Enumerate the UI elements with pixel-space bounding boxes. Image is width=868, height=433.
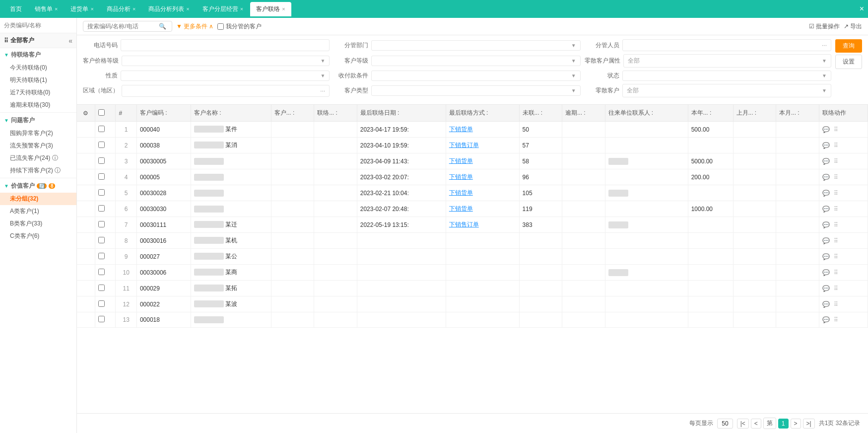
close-icon[interactable]: × (282, 6, 285, 12)
close-icon[interactable]: × (90, 6, 93, 12)
sidebar-search-input[interactable] (4, 22, 77, 29)
more-action-icon[interactable]: ⠿ (834, 316, 838, 323)
last-contact-method-cell[interactable] (446, 265, 519, 281)
checkbox-cell[interactable] (95, 265, 116, 281)
price-tier-select[interactable]: ▼ (122, 56, 330, 66)
settings-column-header[interactable]: ⚙ (77, 105, 95, 122)
last-month-column-header[interactable]: 上月... : (733, 105, 776, 122)
last-contact-method-cell[interactable]: 下销货单 (446, 122, 519, 138)
chevron-down-icon[interactable]: ▼ (4, 118, 9, 123)
row-checkbox[interactable] (98, 173, 105, 180)
phone-action-icon[interactable]: 💬 (822, 158, 830, 165)
last-contact-method-column-header[interactable]: 最后联络方式 : (446, 105, 519, 122)
my-customers-check-input[interactable] (217, 23, 224, 30)
row-checkbox[interactable] (98, 221, 105, 227)
more-action-icon[interactable]: ⠿ (834, 253, 838, 260)
phone-action-icon[interactable]: 💬 (822, 126, 830, 133)
phone-action-icon[interactable]: 💬 (822, 174, 830, 181)
row-checkbox[interactable] (98, 300, 105, 307)
nav-tab-product-analysis-list[interactable]: 商品分析列表 × (142, 2, 195, 16)
last-contact-method-cell[interactable] (446, 233, 519, 249)
customer-type-column-header[interactable]: 客户... : (271, 105, 314, 122)
query-button[interactable]: 查询 (835, 39, 862, 53)
search-icon[interactable]: 🔍 (159, 23, 166, 30)
phone-action-icon[interactable]: 💬 (822, 301, 830, 308)
row-checkbox[interactable] (98, 142, 105, 148)
un-contact-column-header[interactable]: 未联... : (519, 105, 562, 122)
sidebar-item-class-b[interactable]: B类客户(33) (0, 217, 76, 230)
checkbox-cell[interactable] (95, 281, 116, 296)
contact-method-link[interactable]: 下销售订单 (449, 142, 479, 148)
manager-select[interactable]: ··· (622, 39, 831, 51)
more-action-icon[interactable]: ⠿ (834, 174, 838, 181)
phone-action-icon[interactable]: 💬 (822, 316, 830, 323)
sidebar-item-abnormal[interactable]: 囤购异常客户(2) (0, 127, 76, 140)
contact-column-header[interactable]: 联络... : (314, 105, 357, 122)
row-checkbox[interactable] (98, 205, 105, 212)
checkbox-cell[interactable] (95, 217, 116, 233)
more-action-icon[interactable]: ⠿ (834, 285, 838, 292)
phone-action-icon[interactable]: 💬 (822, 221, 830, 228)
more-action-icon[interactable]: ⠿ (834, 301, 838, 308)
nature-select[interactable]: ▼ (121, 71, 330, 81)
last-contact-method-cell[interactable]: 下销货单 (446, 185, 519, 201)
export-button[interactable]: ↗ 导出 (844, 22, 862, 31)
sidebar-item-week-pending[interactable]: 近7天待联络(0) (0, 86, 76, 99)
first-page-button[interactable]: |< (737, 419, 749, 429)
checkbox-cell[interactable] (95, 169, 116, 185)
select-all-checkbox[interactable] (98, 109, 105, 116)
more-action-icon[interactable]: ⠿ (834, 269, 838, 276)
last-contact-method-cell[interactable]: 下销售订单 (446, 138, 519, 153)
batch-operation-button[interactable]: ☑ 批量操作 (809, 22, 840, 31)
row-checkbox[interactable] (98, 157, 105, 164)
more-action-icon[interactable]: ⠿ (834, 126, 838, 133)
payment-select[interactable]: ▼ (371, 71, 580, 81)
phone-action-icon[interactable]: 💬 (822, 237, 830, 244)
this-year-column-header[interactable]: 本年... : (688, 105, 733, 122)
nav-tab-purchase[interactable]: 进货单 × (65, 2, 99, 16)
row-checkbox[interactable] (98, 316, 105, 322)
row-checkbox[interactable] (98, 285, 105, 291)
prev-page-button[interactable]: < (751, 419, 761, 429)
nav-tab-product-analysis[interactable]: 商品分析 × (101, 2, 141, 16)
chevron-down-icon[interactable]: ▼ (4, 183, 9, 189)
phone-action-icon[interactable]: 💬 (822, 269, 830, 276)
phone-action-icon[interactable]: 💬 (822, 190, 830, 197)
next-page-button[interactable]: > (791, 419, 801, 429)
more-action-icon[interactable]: ⠿ (834, 190, 838, 197)
last-contact-method-cell[interactable] (446, 312, 519, 328)
last-contact-method-cell[interactable]: 下销货单 (446, 169, 519, 185)
search-input[interactable] (87, 23, 157, 30)
row-checkbox[interactable] (98, 269, 105, 275)
more-action-icon[interactable]: ⠿ (834, 221, 838, 228)
last-page-button[interactable]: >| (803, 419, 815, 429)
sidebar-item-churn-warning[interactable]: 流失预警客户(3) (0, 140, 76, 152)
sidebar-item-overdue-contact[interactable]: 逾期未联络(30) (0, 99, 76, 111)
nav-tab-sales[interactable]: 销售单 × (29, 2, 64, 16)
checkbox-cell[interactable] (95, 122, 116, 138)
more-filters-button[interactable]: ▼ 更多条件 ∧ (176, 22, 213, 31)
row-checkbox[interactable] (98, 237, 105, 243)
contact-method-link[interactable]: 下销货单 (449, 205, 473, 212)
more-action-icon[interactable]: ⠿ (834, 158, 838, 165)
phone-action-icon[interactable]: 💬 (822, 285, 830, 292)
sidebar-item-class-a[interactable]: A类客户(1) (0, 205, 76, 217)
checkbox-cell[interactable] (95, 233, 116, 249)
retail-attr-select[interactable]: 全部 ▼ (623, 54, 831, 68)
checkbox-cell[interactable] (95, 249, 116, 265)
sidebar-item-churned[interactable]: 已流失客户(24) ⓘ (0, 152, 76, 164)
contact-method-link[interactable]: 下销货单 (449, 157, 473, 164)
row-checkbox[interactable] (98, 189, 105, 196)
page-size-selector[interactable]: 50 (717, 419, 733, 429)
checkbox-cell[interactable] (95, 296, 116, 312)
contact-method-link[interactable]: 下销售订单 (449, 221, 479, 228)
reset-button[interactable]: 设置 (835, 55, 862, 69)
current-page-input[interactable]: 1 (778, 419, 789, 429)
more-action-icon[interactable]: ⠿ (834, 206, 838, 213)
close-icon[interactable]: × (240, 6, 243, 12)
contact-method-link[interactable]: 下销货单 (449, 173, 473, 180)
customer-name-column-header[interactable]: 客户名称 : (191, 105, 271, 122)
last-contact-date-column-header[interactable]: 最后联络日期 : (357, 105, 446, 122)
customer-type-select[interactable]: ▼ (371, 85, 580, 96)
status-select[interactable]: ▼ (622, 71, 831, 81)
